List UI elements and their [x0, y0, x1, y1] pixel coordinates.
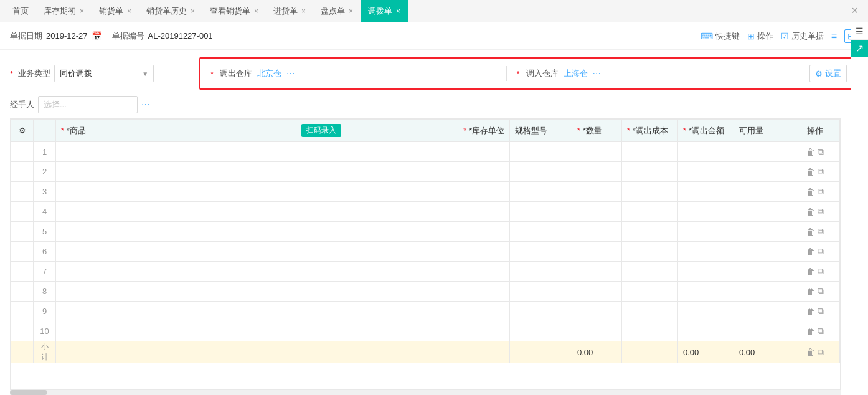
row-cost[interactable]	[622, 162, 678, 182]
layout1-button[interactable]: ≡	[831, 31, 837, 42]
subtotal-delete-icon[interactable]: 🗑	[806, 347, 815, 357]
row-amount[interactable]	[678, 321, 734, 341]
row-cost[interactable]	[622, 302, 678, 321]
row-amount[interactable]	[678, 222, 734, 242]
calendar-icon[interactable]: 📅	[92, 31, 102, 41]
tab-transfer-close[interactable]: ×	[396, 7, 400, 16]
row-copy-icon[interactable]: ⧉	[818, 226, 824, 237]
row-copy-icon[interactable]: ⧉	[818, 146, 824, 157]
row-delete-icon[interactable]: 🗑	[806, 167, 815, 177]
tab-sales-order[interactable]: 销货单 ×	[92, 0, 139, 22]
row-goods[interactable]	[56, 142, 296, 162]
row-goods[interactable]	[56, 321, 296, 341]
row-delete-icon[interactable]: 🗑	[806, 267, 815, 277]
row-amount[interactable]	[678, 282, 734, 302]
history-button[interactable]: ☑ 历史单据	[781, 31, 824, 42]
row-copy-icon[interactable]: ⧉	[818, 266, 824, 277]
col-gear[interactable]: ⚙	[11, 120, 34, 142]
tab-inventory-init[interactable]: 库存期初 ×	[36, 0, 92, 22]
business-type-select[interactable]: 同价调拨 ▼	[54, 65, 154, 82]
row-goods[interactable]	[56, 282, 296, 302]
table-row: 小计 0.00 0.00 0.00 🗑 ⧉	[11, 341, 840, 363]
row-cost[interactable]	[622, 182, 678, 202]
transfer-in-more[interactable]: ···	[593, 68, 601, 79]
row-copy-icon[interactable]: ⧉	[818, 206, 824, 217]
row-delete-icon[interactable]: 🗑	[806, 326, 815, 336]
row-goods[interactable]	[56, 302, 296, 321]
row-copy-icon[interactable]: ⧉	[818, 186, 824, 197]
row-qty[interactable]	[572, 202, 622, 222]
row-goods[interactable]	[56, 242, 296, 262]
row-gear	[11, 222, 34, 242]
tab-bar-close-button[interactable]: ×	[846, 4, 863, 17]
tab-home[interactable]: 首页	[5, 0, 36, 22]
row-delete-icon[interactable]: 🗑	[806, 287, 815, 297]
row-delete-icon[interactable]: 🗑	[806, 207, 815, 217]
row-amount[interactable]	[678, 142, 734, 162]
tab-view-sales[interactable]: 查看销货单 ×	[202, 0, 266, 22]
scan-button[interactable]: 扫码录入	[301, 124, 341, 137]
row-delete-icon[interactable]: 🗑	[806, 187, 815, 197]
tab-sales-history[interactable]: 销货单历史 ×	[139, 0, 202, 22]
tab-purchase-order[interactable]: 进货单 ×	[266, 0, 313, 22]
row-copy-icon[interactable]: ⧉	[818, 306, 824, 316]
tab-transfer[interactable]: 调拨单 ×	[361, 0, 408, 22]
row-cost[interactable]	[622, 222, 678, 242]
row-goods[interactable]	[56, 162, 296, 182]
row-amount[interactable]	[678, 162, 734, 182]
row-delete-icon[interactable]: 🗑	[806, 147, 815, 157]
handler-more[interactable]: ···	[141, 99, 149, 110]
table-row: 8 🗑 ⧉	[11, 282, 840, 302]
tab-view-sales-close[interactable]: ×	[254, 7, 258, 16]
row-cost[interactable]	[622, 142, 678, 162]
row-copy-icon[interactable]: ⧉	[818, 246, 824, 257]
row-qty[interactable]	[572, 242, 622, 262]
scrollbar-thumb[interactable]	[10, 390, 47, 395]
transfer-out-more[interactable]: ···	[286, 68, 295, 79]
tab-sales-order-close[interactable]: ×	[127, 7, 131, 16]
row-delete-icon[interactable]: 🗑	[806, 307, 815, 316]
subtotal-copy-icon[interactable]: ⧉	[818, 347, 824, 358]
row-qty[interactable]	[572, 182, 622, 202]
row-delete-icon[interactable]: 🗑	[806, 227, 815, 237]
row-goods[interactable]	[56, 222, 296, 242]
row-cost[interactable]	[622, 262, 678, 282]
tab-inventory-count-close[interactable]: ×	[349, 7, 353, 16]
row-delete-icon[interactable]: 🗑	[806, 247, 815, 257]
row-qty[interactable]	[572, 262, 622, 282]
row-qty[interactable]	[572, 142, 622, 162]
row-qty[interactable]	[572, 282, 622, 302]
shortcut-button[interactable]: ⌨ 快捷键	[701, 31, 740, 42]
row-goods[interactable]	[56, 262, 296, 282]
tab-inventory-init-close[interactable]: ×	[80, 7, 84, 16]
sidebar-list-button[interactable]: ☰	[851, 22, 869, 40]
settings-button[interactable]: ⚙ 设置	[809, 65, 847, 82]
row-qty[interactable]	[572, 302, 622, 321]
tab-inventory-count[interactable]: 盘点单 ×	[313, 0, 361, 22]
operation-button[interactable]: ⊞ 操作	[747, 31, 773, 42]
row-goods[interactable]	[56, 182, 296, 202]
row-cost[interactable]	[622, 321, 678, 341]
row-copy-icon[interactable]: ⧉	[818, 286, 824, 297]
row-amount[interactable]	[678, 262, 734, 282]
row-cost[interactable]	[622, 282, 678, 302]
row-amount[interactable]	[678, 202, 734, 222]
row-copy-icon[interactable]: ⧉	[818, 326, 824, 336]
row-copy-icon[interactable]: ⧉	[818, 166, 824, 177]
row-amount[interactable]	[678, 182, 734, 202]
row-qty[interactable]	[572, 321, 622, 341]
row-avail	[734, 321, 790, 341]
handler-select[interactable]: 选择...	[38, 96, 138, 113]
row-cost[interactable]	[622, 202, 678, 222]
row-amount[interactable]	[678, 242, 734, 262]
row-cost[interactable]	[622, 242, 678, 262]
sidebar-export-button[interactable]: ↗	[851, 40, 869, 57]
tab-purchase-order-close[interactable]: ×	[301, 7, 306, 16]
row-qty[interactable]	[572, 222, 622, 242]
row-qty[interactable]	[572, 162, 622, 182]
row-amount[interactable]	[678, 302, 734, 321]
table-hscroll[interactable]	[10, 390, 841, 395]
tab-view-sales-label: 查看销货单	[210, 6, 250, 17]
row-goods[interactable]	[56, 202, 296, 222]
tab-sales-history-close[interactable]: ×	[191, 7, 195, 16]
